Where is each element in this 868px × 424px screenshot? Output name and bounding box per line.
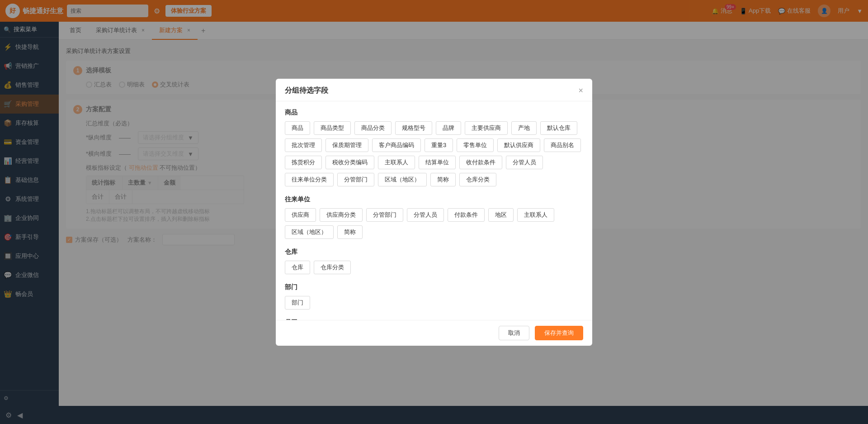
product-group-title: 商品 (285, 109, 583, 117)
field-tag[interactable]: 往来单位分类 (285, 173, 334, 186)
field-tag[interactable]: 默认供应商 (497, 138, 540, 152)
field-group-department: 部门 部门 (285, 283, 583, 310)
field-tag[interactable]: 零售单位 (457, 138, 494, 152)
field-tag[interactable]: 简称 (430, 173, 456, 186)
counterpart-field-tags: 供应商 供应商分类 分管部门 分管人员 付款条件 地区 主联系人 区域（地区） … (285, 208, 583, 239)
field-tag[interactable]: 仓库分类 (314, 261, 351, 274)
warehouse-field-tags: 仓库 仓库分类 (285, 261, 583, 274)
modal-overlay: 分组待选字段 × 商品 商品 商品类型 商品分类 规格型号 品牌 主要供应商 产… (0, 0, 868, 424)
field-tag[interactable]: 供应商 (285, 208, 316, 222)
field-tag[interactable]: 仓库分类 (459, 173, 496, 186)
field-tag[interactable]: 主联系人 (517, 208, 554, 222)
field-tag[interactable]: 部门 (285, 296, 310, 310)
dialog-footer: 取消 保存并查询 (276, 320, 592, 346)
field-tag[interactable]: 主联系人 (378, 156, 415, 169)
dialog-title: 分组待选字段 (285, 86, 328, 95)
field-tag[interactable]: 客户商品编码 (372, 138, 421, 152)
field-group-product: 商品 商品 商品类型 商品分类 规格型号 品牌 主要供应商 产地 默认仓库 批次… (285, 109, 583, 186)
field-group-warehouse: 仓库 仓库 仓库分类 (285, 248, 583, 274)
field-tag[interactable]: 产地 (511, 121, 537, 135)
field-tag[interactable]: 规格型号 (395, 121, 432, 135)
field-tag[interactable]: 商品分类 (354, 121, 392, 135)
field-tag[interactable]: 默认仓库 (540, 121, 577, 135)
cancel-button[interactable]: 取消 (499, 326, 529, 340)
field-tag[interactable]: 商品 (285, 121, 310, 135)
counterpart-group-title: 往来单位 (285, 195, 583, 204)
field-tag[interactable]: 付款条件 (448, 208, 485, 222)
field-tag[interactable]: 地区 (488, 208, 514, 222)
field-tag[interactable]: 分管人员 (407, 208, 444, 222)
field-tag[interactable]: 税收分类编码 (326, 156, 374, 169)
field-tag[interactable]: 分管部门 (337, 173, 374, 186)
field-tag[interactable]: 分管人员 (506, 156, 543, 169)
field-tag[interactable]: 批次管理 (285, 138, 322, 152)
field-tag[interactable]: 主要供应商 (465, 121, 508, 135)
department-field-tags: 部门 (285, 296, 583, 310)
field-tag[interactable]: 品牌 (436, 121, 461, 135)
field-tag[interactable]: 重量3 (425, 138, 453, 152)
field-group-counterpart: 往来单位 供应商 供应商分类 分管部门 分管人员 付款条件 地区 主联系人 区域… (285, 195, 583, 239)
field-tag[interactable]: 商品别名 (544, 138, 581, 152)
dialog: 分组待选字段 × 商品 商品 商品类型 商品分类 规格型号 品牌 主要供应商 产… (276, 79, 592, 346)
field-tag[interactable]: 收付款条件 (459, 156, 502, 169)
department-group-title: 部门 (285, 283, 583, 291)
save-query-button[interactable]: 保存并查询 (535, 326, 583, 340)
dialog-close-button[interactable]: × (578, 86, 583, 95)
dialog-header: 分组待选字段 × (276, 79, 592, 101)
product-field-tags: 商品 商品类型 商品分类 规格型号 品牌 主要供应商 产地 默认仓库 批次管理 … (285, 121, 583, 186)
warehouse-group-title: 仓库 (285, 248, 583, 256)
field-tag[interactable]: 结算单位 (419, 156, 456, 169)
field-tag[interactable]: 分管部门 (366, 208, 403, 222)
field-tag[interactable]: 保质期管理 (326, 138, 368, 152)
field-tag[interactable]: 简称 (337, 225, 363, 239)
field-tag[interactable]: 区域（地区） (285, 225, 334, 239)
field-tag[interactable]: 商品类型 (314, 121, 351, 135)
field-tag[interactable]: 拣货积分 (285, 156, 322, 169)
field-tag[interactable]: 供应商分类 (320, 208, 363, 222)
field-tag[interactable]: 仓库 (285, 261, 310, 274)
field-tag[interactable]: 区域（地区） (378, 173, 427, 186)
dialog-body: 商品 商品 商品类型 商品分类 规格型号 品牌 主要供应商 产地 默认仓库 批次… (276, 101, 592, 320)
